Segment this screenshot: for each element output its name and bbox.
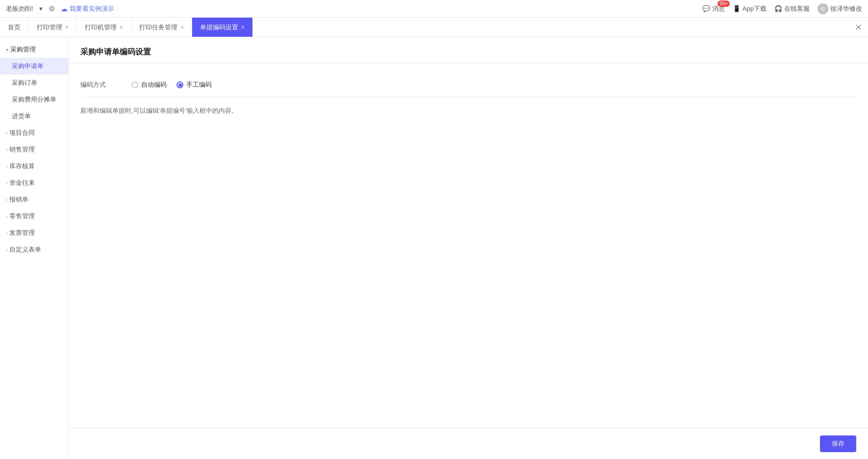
page-header: 采购申请单编码设置 bbox=[69, 37, 868, 64]
chevron-right-icon: › bbox=[6, 230, 7, 236]
chevron-right-icon: › bbox=[6, 247, 7, 253]
radio-group: 自动编码 手工编码 bbox=[131, 80, 212, 89]
username-label: 徐泽华修改 bbox=[830, 4, 862, 13]
chevron-right-icon: › bbox=[6, 130, 7, 136]
top-bar-right: 💬 消息 99+ 📱 App下载 🎧 在线客服 徐 徐泽华修改 bbox=[702, 3, 862, 14]
phone-icon: 📱 bbox=[733, 5, 741, 12]
chevron-right-icon: › bbox=[6, 147, 7, 153]
tab-print-task[interactable]: 打印任务管理 × bbox=[131, 18, 192, 37]
user-menu[interactable]: 徐 徐泽华修改 bbox=[818, 3, 862, 14]
chevron-down-icon: ▾ bbox=[39, 5, 43, 12]
tab-barcode-setting-label: 单据编码设置 bbox=[200, 23, 238, 32]
sidebar-group-funds-label: 资金往来 bbox=[9, 178, 35, 187]
sidebar-group-purchase[interactable]: ▾ 采购管理 bbox=[0, 41, 68, 58]
top-bar-left: 老板勿削! ▾ ⚙ ☁ 我要看实例演示 bbox=[6, 4, 114, 13]
message-icon: 💬 bbox=[702, 5, 710, 12]
tab-barcode-setting-close[interactable]: × bbox=[241, 25, 245, 30]
sidebar-item-purchase-order[interactable]: 采购订单 bbox=[0, 75, 68, 91]
sidebar-group-funds[interactable]: › 资金往来 bbox=[0, 175, 68, 191]
tab-barcode-setting[interactable]: 单据编码设置 × bbox=[192, 18, 253, 37]
hint-text: 新增和编辑单据时,可以编辑'单据编号'输入框中的内容。 bbox=[80, 106, 856, 115]
sidebar-item-purchase-request[interactable]: 采购申请单 bbox=[0, 58, 68, 75]
page-title: 采购申请单编码设置 bbox=[80, 48, 151, 56]
main-content: 采购申请单编码设置 编码方式 自动编码 手工编码 新增和编辑单据时,可以编辑'单… bbox=[69, 37, 868, 459]
sidebar-group-reimbursement[interactable]: › 报销单 bbox=[0, 191, 68, 208]
radio-manual-circle bbox=[176, 81, 183, 88]
chevron-right-icon: › bbox=[6, 180, 7, 186]
tab-print-management-label: 打印管理 bbox=[37, 23, 62, 32]
headset-icon: 🎧 bbox=[774, 5, 782, 12]
sidebar-item-purchase-order-label: 采购订单 bbox=[12, 79, 37, 86]
tab-print-management[interactable]: 打印管理 × bbox=[29, 18, 77, 37]
tab-print-task-label: 打印任务管理 bbox=[139, 23, 177, 32]
radio-manual-label: 手工编码 bbox=[186, 80, 212, 89]
save-button[interactable]: 保存 bbox=[820, 435, 856, 452]
radio-auto-circle bbox=[131, 81, 138, 88]
tab-print-task-close[interactable]: × bbox=[180, 25, 184, 30]
tab-home[interactable]: 首页 bbox=[0, 18, 29, 37]
demo-link[interactable]: ☁ 我要看实例演示 bbox=[61, 4, 114, 13]
radio-manual-code[interactable]: 手工编码 bbox=[176, 80, 212, 89]
tab-printer-management[interactable]: 打印机管理 × bbox=[77, 18, 131, 37]
main-layout: ▾ 采购管理 采购申请单 采购订单 采购费用分摊单 进货单 › 项目合同 › 销… bbox=[0, 37, 868, 459]
top-bar: 老板勿削! ▾ ⚙ ☁ 我要看实例演示 💬 消息 99+ 📱 App下载 🎧 在… bbox=[0, 0, 868, 18]
sidebar-item-purchase-request-label: 采购申请单 bbox=[12, 62, 44, 70]
sidebar-group-sales-label: 销售管理 bbox=[9, 145, 35, 154]
sidebar-group-invoice[interactable]: › 发票管理 bbox=[0, 225, 68, 241]
sidebar-group-inventory-label: 库存核算 bbox=[9, 162, 35, 171]
avatar: 徐 bbox=[818, 3, 828, 14]
chevron-right-icon: › bbox=[6, 164, 7, 169]
encoding-label: 编码方式 bbox=[80, 80, 120, 89]
encoding-section: 编码方式 自动编码 手工编码 bbox=[80, 74, 856, 97]
message-button[interactable]: 💬 消息 99+ bbox=[702, 4, 725, 13]
sidebar-group-custom-form[interactable]: › 自定义表单 bbox=[0, 241, 68, 258]
radio-auto-code[interactable]: 自动编码 bbox=[131, 80, 167, 89]
sidebar-group-custom-form-label: 自定义表单 bbox=[9, 245, 41, 254]
gear-icon[interactable]: ⚙ bbox=[49, 4, 55, 13]
sidebar-item-purchase-expense-label: 采购费用分摊单 bbox=[12, 96, 56, 103]
chevron-down-icon: ▾ bbox=[6, 47, 8, 52]
message-badge: 99+ bbox=[718, 0, 730, 7]
app-download-label: App下载 bbox=[743, 4, 767, 13]
tab-print-management-close[interactable]: × bbox=[65, 25, 69, 30]
chevron-right-icon: › bbox=[6, 197, 7, 203]
logo-text: 老板勿削! bbox=[6, 4, 33, 13]
tab-printer-management-label: 打印机管理 bbox=[85, 23, 117, 32]
sidebar-group-reimbursement-label: 报销单 bbox=[9, 195, 28, 204]
tab-bar: 首页 打印管理 × 打印机管理 × 打印任务管理 × 单据编码设置 × ✕ bbox=[0, 18, 868, 37]
sidebar-group-purchase-label: 采购管理 bbox=[10, 45, 36, 54]
radio-auto-label: 自动编码 bbox=[141, 80, 167, 89]
demo-text: 我要看实例演示 bbox=[70, 4, 114, 13]
cloud-icon: ☁ bbox=[61, 5, 68, 13]
online-service-button[interactable]: 🎧 在线客服 bbox=[774, 4, 810, 13]
sidebar-group-retail[interactable]: › 零售管理 bbox=[0, 208, 68, 225]
tab-home-label: 首页 bbox=[8, 23, 21, 32]
sidebar-group-retail-label: 零售管理 bbox=[9, 212, 35, 221]
sidebar-item-goods-receipt-label: 进货单 bbox=[12, 112, 31, 120]
sidebar-item-purchase-expense[interactable]: 采购费用分摊单 bbox=[0, 91, 68, 108]
chevron-right-icon: › bbox=[6, 214, 7, 219]
logo-dropdown[interactable]: ▾ bbox=[39, 5, 43, 12]
page-footer: 保存 bbox=[69, 428, 868, 459]
sidebar-group-inventory[interactable]: › 库存核算 bbox=[0, 158, 68, 175]
sidebar-group-project[interactable]: › 项目合同 bbox=[0, 125, 68, 141]
sidebar-group-project-label: 项目合同 bbox=[9, 128, 35, 137]
tab-bar-close-button[interactable]: ✕ bbox=[849, 18, 868, 37]
sidebar-group-sales[interactable]: › 销售管理 bbox=[0, 141, 68, 158]
content-area: 编码方式 自动编码 手工编码 新增和编辑单据时,可以编辑'单据编号'输入框中的内… bbox=[69, 64, 868, 428]
app-download-button[interactable]: 📱 App下载 bbox=[733, 4, 767, 13]
sidebar-item-goods-receipt[interactable]: 进货单 bbox=[0, 108, 68, 125]
online-service-label: 在线客服 bbox=[784, 4, 810, 13]
sidebar: ▾ 采购管理 采购申请单 采购订单 采购费用分摊单 进货单 › 项目合同 › 销… bbox=[0, 37, 69, 459]
tab-printer-management-close[interactable]: × bbox=[120, 25, 123, 30]
sidebar-group-invoice-label: 发票管理 bbox=[9, 229, 35, 237]
